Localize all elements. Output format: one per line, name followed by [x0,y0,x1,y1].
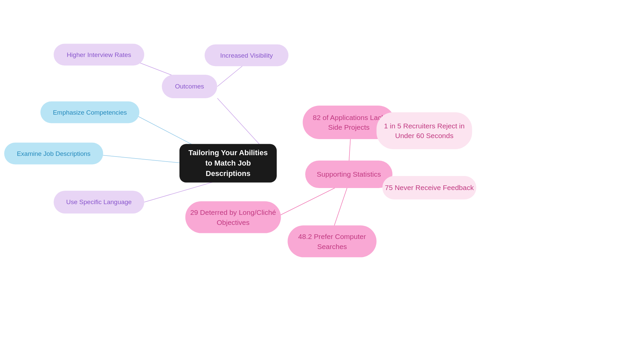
supporting-stats-label: Supporting Statistics [317,170,381,178]
higher-interview-node: Higher Interview Rates [54,44,144,66]
never-feedback-node: 75 Never Receive Feedback [382,176,476,199]
emphasize-label: Emphasize Competencies [53,109,127,116]
svg-line-7 [349,137,351,164]
supporting-stats-node: Supporting Statistics [305,161,392,188]
use-specific-label: Use Specific Language [66,198,131,206]
use-specific-node: Use Specific Language [54,191,144,214]
outcomes-label: Outcomes [175,83,204,90]
recruiters-reject-node: 1 in 5 Recruiters Reject in Under 60 Sec… [377,112,472,149]
center-node: Tailoring Your Abilities to Match Job De… [179,144,277,183]
never-feedback-label: 75 Never Receive Feedback [385,184,474,192]
higher-interview-label: Higher Interview Rates [67,51,131,58]
outcomes-node: Outcomes [162,75,217,98]
increased-visibility-label: Increased Visibility [220,52,273,59]
increased-visibility-node: Increased Visibility [205,45,288,66]
recruiters-reject-label: 1 in 5 Recruiters Reject in Under 60 Sec… [377,118,472,143]
examine-label: Examine Job Descriptions [17,150,91,157]
examine-node: Examine Job Descriptions [4,143,103,165]
emphasize-node: Emphasize Competencies [41,102,140,123]
deterred-label: 29 Deterred by Long/Cliché Objectives [185,205,281,230]
deterred-node: 29 Deterred by Long/Cliché Objectives [185,201,281,233]
prefer-computer-node: 48.2 Prefer Computer Searches [288,226,377,257]
prefer-computer-label: 48.2 Prefer Computer Searches [288,229,377,254]
center-label: Tailoring Your Abilities to Match Job De… [179,144,277,182]
